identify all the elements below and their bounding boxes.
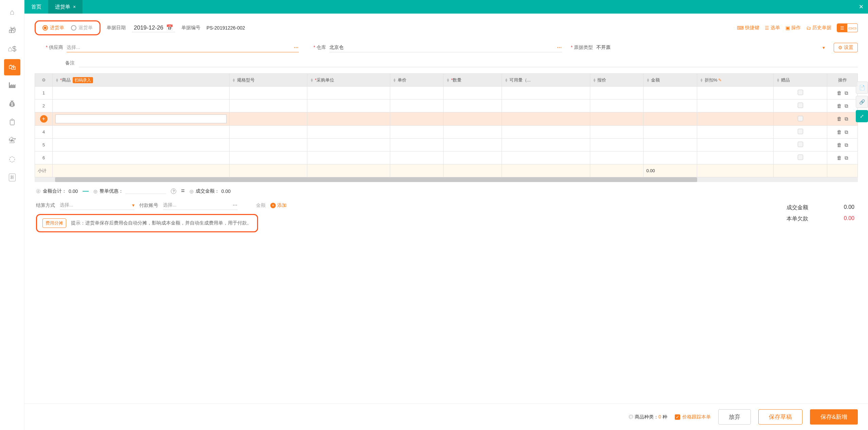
- row-copy-icon[interactable]: ⧉: [845, 142, 848, 148]
- horizontal-scrollbar[interactable]: [35, 177, 858, 182]
- row-delete-icon[interactable]: 🗑: [837, 103, 842, 109]
- tab-home[interactable]: 首页: [24, 0, 48, 14]
- whole-discount-label: 整单优惠：: [100, 188, 123, 194]
- remark-input[interactable]: [79, 59, 858, 67]
- row-copy-icon[interactable]: ⧉: [845, 103, 848, 109]
- settings-button[interactable]: ⚙ 设置: [834, 43, 858, 52]
- row-delete-icon[interactable]: 🗑: [837, 155, 842, 161]
- ticket-type-select[interactable]: 不开票▾: [596, 43, 825, 52]
- tab-bar: 首页 进货单× ×: [24, 0, 868, 14]
- nav-home-icon[interactable]: ⌂: [4, 4, 20, 20]
- table-row[interactable]: 4🗑⧉: [35, 126, 858, 139]
- table-row[interactable]: 2🗑⧉: [35, 100, 858, 112]
- summary-box: 成交金额0.00 本单欠款0.00: [783, 201, 858, 232]
- col-amount[interactable]: ▲▼金额: [644, 74, 697, 87]
- nav-sync-icon[interactable]: ◌: [4, 151, 20, 167]
- table-row[interactable]: +🗑⧉: [35, 112, 858, 126]
- table-row[interactable]: 6🗑⧉: [35, 151, 858, 164]
- discard-button[interactable]: 放弃: [718, 409, 751, 425]
- view-toggle: ☰ ▭▭: [837, 23, 858, 32]
- row-delete-icon[interactable]: 🗑: [837, 90, 842, 96]
- whole-discount-input[interactable]: [125, 189, 166, 194]
- sum-value: 0.00: [69, 189, 78, 194]
- table-row[interactable]: 5🗑⧉: [35, 139, 858, 151]
- row-copy-icon[interactable]: ⧉: [845, 116, 848, 122]
- col-product[interactable]: ▲▼*商品扫码录入: [53, 74, 230, 87]
- gift-checkbox[interactable]: [798, 155, 803, 160]
- col-discount[interactable]: ▲▼折扣%✎: [697, 74, 774, 87]
- help-icon[interactable]: ?: [171, 189, 176, 194]
- save-draft-button[interactable]: 保存草稿: [758, 409, 802, 425]
- row-copy-icon[interactable]: ⧉: [845, 90, 848, 96]
- save-new-button[interactable]: 保存&新增: [810, 409, 858, 425]
- row-delete-icon[interactable]: 🗑: [837, 129, 842, 135]
- radio-purchase-return[interactable]: 退货单: [71, 25, 93, 31]
- nav-purchase-icon[interactable]: 🛍︎: [4, 59, 20, 75]
- left-sidebar: ⌂ 🎁︎ ⌂$ 🛍︎ 🏭︎ 💰︎ 📋︎ 📇︎ ◌ 新: [0, 0, 24, 430]
- summary-owe-value: 0.00: [844, 215, 854, 222]
- nav-new-icon[interactable]: 新: [4, 169, 20, 185]
- doc-type-radio-group: 进货单 退货单: [35, 20, 101, 35]
- view-grid-button[interactable]: ▭▭: [847, 24, 857, 32]
- pay-method-select[interactable]: 选择...▾: [60, 201, 134, 210]
- view-list-button[interactable]: ☰: [837, 24, 847, 32]
- calendar-icon[interactable]: 📅: [166, 24, 173, 31]
- doc-no-label: 单据编号: [181, 25, 200, 31]
- warehouse-label: * 仓库: [308, 44, 326, 51]
- history-link[interactable]: 🗂 历史单据: [806, 25, 831, 31]
- col-ops: 操作: [827, 74, 858, 87]
- tab-close-icon[interactable]: ×: [73, 4, 76, 10]
- gift-checkbox[interactable]: [798, 103, 803, 108]
- ticket-type-label: * 票据类型: [571, 44, 593, 51]
- subtotal-amount: 0.00: [644, 164, 697, 177]
- nav-contacts-icon[interactable]: 📇︎: [4, 132, 20, 149]
- shortcut-link[interactable]: ⌨ 快捷键: [737, 25, 759, 31]
- fee-hint: 提示：进货单保存后费用会自动分摊，影响成本金额，并自动生成费用单，用于付款。: [71, 220, 252, 226]
- col-price[interactable]: ▲▼单价: [390, 74, 444, 87]
- yen-icon: ㊎: [36, 188, 41, 194]
- fee-allocation-button[interactable]: 费用分摊: [42, 218, 66, 228]
- table-row[interactable]: 1🗑⧉: [35, 87, 858, 100]
- warehouse-select[interactable]: 北京仓⋯: [329, 43, 562, 52]
- col-quote[interactable]: ▲▼报价: [590, 74, 644, 87]
- nav-finance-icon[interactable]: 💰︎: [4, 96, 20, 112]
- gift-checkbox[interactable]: [798, 129, 803, 134]
- col-avail[interactable]: ▲▼可用量（...: [502, 74, 590, 87]
- kinds-count: 0: [658, 414, 661, 419]
- doc-no-value: PS-20191226-002: [206, 25, 245, 31]
- row-delete-icon[interactable]: 🗑: [837, 142, 842, 148]
- tab-purchase[interactable]: 进货单×: [48, 0, 83, 14]
- pick-order-link[interactable]: ☰ 选单: [765, 25, 780, 31]
- gift-checkbox[interactable]: [798, 142, 803, 147]
- price-track-checkbox[interactable]: ✓价格跟踪本单: [675, 414, 711, 420]
- row-delete-icon[interactable]: 🗑: [837, 116, 842, 122]
- row-copy-icon[interactable]: ⧉: [845, 129, 848, 135]
- col-qty[interactable]: ▲▼*数量: [444, 74, 502, 87]
- col-unit[interactable]: ▲▼*采购单位: [307, 74, 390, 87]
- add-row-icon[interactable]: +: [40, 115, 48, 123]
- col-config-icon[interactable]: ⚙: [35, 74, 53, 87]
- operation-link[interactable]: ▣ 操作: [785, 25, 801, 31]
- product-cell-input[interactable]: [55, 114, 227, 123]
- scan-entry-button[interactable]: 扫码录入: [73, 77, 93, 83]
- nav-price-icon[interactable]: ⌂$: [4, 41, 20, 57]
- radio-purchase-in[interactable]: 进货单: [42, 25, 64, 31]
- tabbar-close-icon[interactable]: ×: [854, 0, 868, 14]
- supplier-select[interactable]: 选择...⋯: [67, 43, 299, 52]
- minus-icon: —: [83, 187, 89, 195]
- nav-gift-icon[interactable]: 🎁︎: [4, 22, 20, 39]
- pay-account-select[interactable]: 选择...⋯: [163, 201, 238, 210]
- gift-checkbox[interactable]: [798, 116, 803, 121]
- rail-expand-icon[interactable]: ⤢: [856, 110, 868, 122]
- gift-checkbox[interactable]: [798, 90, 803, 95]
- col-gift[interactable]: ▲▼赠品: [774, 74, 827, 87]
- col-spec[interactable]: ▲▼规格型号: [229, 74, 307, 87]
- row-copy-icon[interactable]: ⧉: [845, 155, 848, 161]
- nav-report-icon[interactable]: 📋︎: [4, 114, 20, 130]
- add-payment-button[interactable]: +添加: [270, 202, 287, 209]
- edit-discount-icon[interactable]: ✎: [718, 78, 722, 83]
- nav-stock-icon[interactable]: 🏭︎: [4, 77, 20, 94]
- rail-link-icon[interactable]: 🔗: [856, 96, 868, 108]
- doc-date-input[interactable]: 2019-12-26📅: [132, 23, 175, 32]
- deal-label: 成交金额：: [196, 188, 219, 194]
